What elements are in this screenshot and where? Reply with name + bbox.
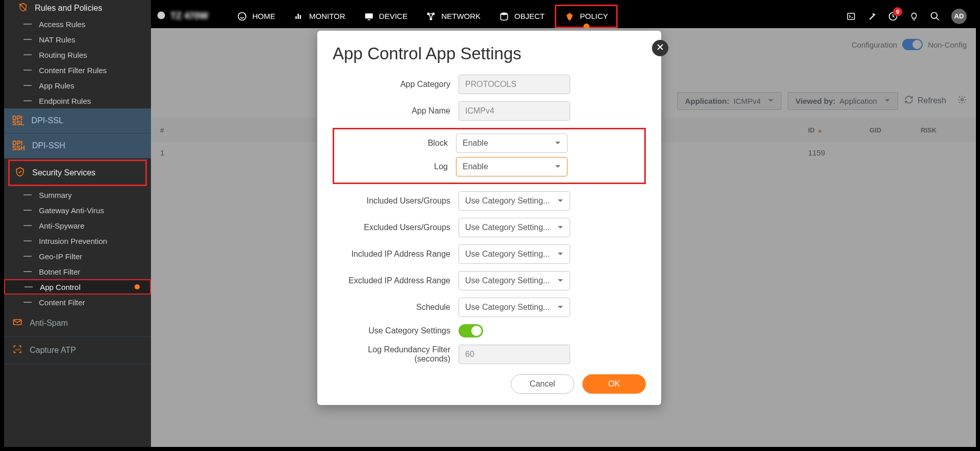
label-redundancy: Log Redundancy Filter (seconds) — [333, 345, 459, 364]
select-log[interactable]: Enable — [456, 157, 568, 176]
row-app-name: App Name ICMPv4 — [333, 101, 646, 121]
brand: TZ 470W — [156, 10, 208, 22]
sidebar-section-label: DPI-SSH — [32, 141, 66, 150]
svg-point-9 — [500, 12, 507, 15]
capture-atp-icon: ATP — [12, 344, 23, 356]
nav-policy[interactable]: POLICY — [555, 5, 618, 28]
label-excluded-users: Excluded Users/Groups — [333, 223, 459, 232]
topnav: HOME MONITOR DEVICE NETWORK OBJECT POLIC… — [229, 5, 618, 28]
avatar[interactable]: AD — [951, 9, 967, 24]
svg-point-8 — [430, 17, 432, 20]
nav-device[interactable]: DEVICE — [356, 5, 416, 28]
sidebar: Rules and Policies —Access Rules —NAT Ru… — [4, 0, 151, 447]
cancel-button[interactable]: Cancel — [511, 374, 574, 394]
label-excluded-ip: Excluded IP Address Range — [333, 276, 459, 285]
sidebar-section-anti-spam[interactable]: Anti-Spam — [4, 310, 151, 337]
row-log-redundancy: Log Redundancy Filter (seconds) 60 — [333, 345, 646, 364]
row-log: Log Enable — [337, 157, 641, 176]
row-block: Block Enable — [337, 133, 641, 153]
sidebar-item-nat-rules[interactable]: —NAT Rules — [4, 32, 151, 47]
dash-icon: — — [24, 298, 32, 307]
bulb-icon[interactable] — [909, 11, 919, 21]
svg-rect-5 — [367, 19, 370, 20]
label-category: App Category — [333, 80, 459, 89]
field-redundancy[interactable]: 60 — [459, 345, 570, 364]
nav-home[interactable]: HOME — [229, 5, 284, 28]
value-excluded-users: Use Category Setting... — [465, 223, 550, 232]
dash-icon: — — [25, 282, 33, 291]
sidebar-item-access-rules[interactable]: —Access Rules — [4, 16, 151, 32]
dash-icon: — — [24, 221, 32, 230]
label-name: App Name — [333, 106, 459, 116]
dash-icon: — — [24, 267, 32, 276]
shield-icon — [18, 3, 28, 14]
select-excluded-users[interactable]: Use Category Setting... — [459, 218, 570, 237]
dash-icon: — — [24, 81, 32, 90]
select-schedule[interactable]: Use Category Setting... — [459, 298, 570, 317]
close-button[interactable] — [652, 40, 668, 56]
dpi-ssl-icon: DPISSL — [12, 116, 24, 126]
sidebar-item-content-filter[interactable]: —Content Filter — [4, 295, 151, 310]
dash-icon: — — [24, 236, 32, 245]
sidebar-item-content-filter-rules[interactable]: —Content Filter Rules — [4, 62, 151, 78]
sidebar-sub-label: Geo-IP Filter — [39, 252, 82, 261]
sidebar-sub-label: Content Filter Rules — [39, 66, 107, 75]
sidebar-item-botnet-filter[interactable]: —Botnet Filter — [4, 264, 151, 279]
nav-monitor[interactable]: MONITOR — [286, 5, 354, 28]
select-included-users[interactable]: Use Category Setting... — [459, 191, 570, 211]
row-excluded-ip: Excluded IP Address Range Use Category S… — [333, 271, 646, 290]
sidebar-sub-label: Summary — [39, 191, 72, 199]
main-content: Configuration Non-Config Application: IC… — [151, 28, 976, 447]
sidebar-sub-label: Botnet Filter — [39, 267, 80, 276]
svg-rect-10 — [847, 13, 855, 19]
search-icon[interactable] — [930, 11, 940, 21]
topbar: TZ 470W HOME MONITOR DEVICE NETWORK OBJE… — [151, 4, 976, 28]
wand-icon[interactable] — [867, 12, 877, 21]
nav-object[interactable]: OBJECT — [491, 5, 553, 28]
dash-icon: — — [24, 190, 32, 199]
chevron-down-icon — [557, 199, 563, 203]
sidebar-item-endpoint-rules[interactable]: —Endpoint Rules — [4, 93, 151, 108]
row-use-category-settings: Use Category Settings — [333, 324, 646, 337]
row-included-users: Included Users/Groups Use Category Setti… — [333, 191, 646, 211]
app-settings-modal: App Control App Settings App Category PR… — [317, 31, 661, 405]
select-included-ip[interactable]: Use Category Setting... — [459, 244, 570, 264]
sidebar-item-anti-spyware[interactable]: —Anti-Spyware — [4, 218, 151, 233]
chevron-down-icon — [555, 141, 561, 145]
sidebar-section-dpi-ssh[interactable]: DPISSH DPI-SSH — [4, 133, 151, 159]
sidebar-section-capture-atp[interactable]: ATP Capture ATP — [4, 337, 151, 364]
terminal-icon[interactable] — [846, 12, 856, 21]
select-block[interactable]: Enable — [456, 133, 568, 153]
sidebar-item-gateway-anti-virus[interactable]: —Gateway Anti-Virus — [4, 202, 151, 218]
sidebar-rules-and-policies[interactable]: Rules and Policies — [4, 0, 151, 16]
label-included-ip: Included IP Address Range — [333, 250, 459, 259]
row-app-category: App Category PROTOCOLS — [333, 75, 646, 94]
sidebar-item-app-control[interactable]: —App Control — [4, 279, 151, 295]
sidebar-section-dpi-ssl[interactable]: DPISSL DPI-SSL — [4, 108, 151, 133]
nav-network[interactable]: NETWORK — [418, 5, 489, 28]
value-excluded-ip: Use Category Setting... — [465, 276, 550, 285]
sidebar-item-app-rules[interactable]: —App Rules — [4, 78, 151, 93]
label-block: Block — [337, 139, 456, 148]
sidebar-item-intrusion-prevention[interactable]: —Intrusion Prevention — [4, 233, 151, 249]
clock-icon[interactable]: 9 — [888, 11, 898, 21]
policy-icon — [564, 11, 575, 21]
dpi-ssh-icon: DPISSH — [12, 141, 25, 151]
chevron-down-icon — [555, 165, 561, 169]
select-excluded-ip[interactable]: Use Category Setting... — [459, 271, 570, 290]
sidebar-item-geo-ip-filter[interactable]: —Geo-IP Filter — [4, 249, 151, 264]
sidebar-section-security-services[interactable]: Security Services — [8, 160, 147, 186]
modal-buttons: Cancel OK — [333, 374, 646, 394]
value-included-ip: Use Category Setting... — [465, 250, 550, 259]
chevron-down-icon — [557, 279, 563, 283]
sidebar-section-label: DPI-SSL — [31, 116, 63, 125]
ok-button[interactable]: OK — [582, 374, 646, 394]
nav-label: OBJECT — [514, 12, 545, 20]
sidebar-item-summary[interactable]: —Summary — [4, 187, 151, 202]
topbar-right: 9 AD — [846, 9, 976, 24]
value-log: Enable — [463, 162, 488, 171]
row-excluded-users: Excluded Users/Groups Use Category Setti… — [333, 218, 646, 237]
device-icon — [364, 11, 374, 21]
toggle-use-category[interactable] — [459, 324, 483, 337]
sidebar-item-routing-rules[interactable]: —Routing Rules — [4, 47, 151, 62]
